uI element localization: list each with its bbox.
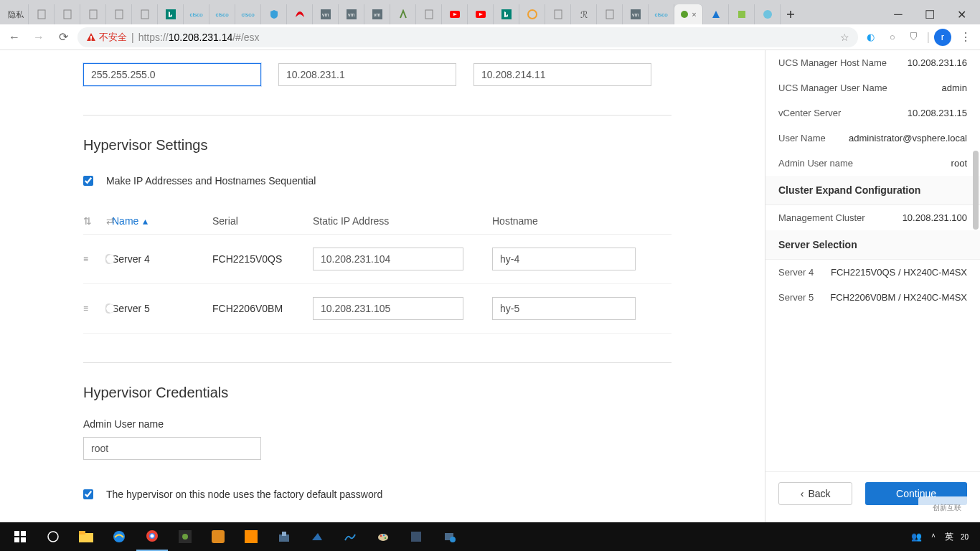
taskbar-app[interactable] — [301, 522, 333, 551]
browser-tab[interactable]: cisco — [649, 4, 674, 24]
kv-label: Server 4 — [778, 267, 814, 278]
browser-tab[interactable] — [158, 4, 184, 24]
row-ip-input[interactable] — [313, 248, 463, 270]
svg-point-49 — [450, 537, 456, 542]
taskbar-app[interactable] — [169, 522, 201, 551]
browser-tab[interactable] — [442, 4, 468, 24]
kv-value: FCH2215V0QS / HX240C-M4SX — [831, 267, 967, 278]
reload-button[interactable]: ⟳ — [53, 27, 73, 47]
close-tab-icon[interactable]: × — [692, 10, 696, 19]
taskbar-app[interactable] — [400, 522, 432, 551]
row-ip-input[interactable] — [313, 297, 463, 320]
menu-button[interactable]: ⋮ — [956, 27, 976, 47]
app-icon: ℛ — [580, 9, 588, 20]
browser-tab[interactable] — [261, 4, 287, 24]
row-host-input[interactable] — [492, 248, 636, 270]
drag-handle-icon[interactable]: ≡ — [83, 303, 88, 314]
col-serial[interactable]: Serial — [212, 215, 313, 227]
sequential-checkbox[interactable] — [83, 176, 93, 186]
page-icon — [114, 9, 124, 19]
row-serial: FCH2215V0QS — [212, 253, 313, 265]
taskbar-app[interactable] — [235, 522, 267, 551]
browser-tab[interactable]: vm — [313, 4, 339, 24]
back-button[interactable]: ← — [4, 27, 24, 47]
row-host-input[interactable] — [492, 297, 636, 320]
browser-tab[interactable] — [416, 4, 442, 24]
browser-tab[interactable] — [287, 4, 313, 24]
window-maximize[interactable]: ☐ — [914, 4, 946, 24]
browser-tab[interactable] — [132, 4, 158, 24]
back-button[interactable]: ‹Back — [778, 482, 852, 505]
dns-input[interactable] — [473, 63, 651, 86]
svg-rect-26 — [14, 531, 19, 536]
page-icon — [37, 9, 47, 19]
gateway-input[interactable] — [278, 63, 456, 86]
triangle-icon — [711, 9, 721, 19]
browser-tab[interactable] — [468, 4, 494, 24]
browser-tab[interactable]: cisco — [235, 4, 261, 24]
browser-tab[interactable] — [703, 4, 729, 24]
ie-icon[interactable] — [103, 522, 135, 551]
row-toggle[interactable] — [105, 254, 112, 264]
chrome-icon[interactable] — [136, 522, 168, 551]
browser-tab[interactable] — [80, 4, 106, 24]
svg-rect-42 — [282, 532, 286, 536]
browser-tab[interactable]: ℛ — [571, 4, 597, 24]
browser-tab[interactable] — [55, 4, 80, 24]
col-name[interactable]: Name ▴ — [112, 215, 212, 227]
drag-handle-icon[interactable]: ≡ — [83, 254, 88, 264]
browser-tab[interactable] — [755, 4, 781, 24]
browser-tab[interactable]: vm — [339, 4, 364, 24]
svg-rect-27 — [21, 531, 26, 536]
extension-icon[interactable]: ◐ — [862, 29, 880, 46]
ime-indicator[interactable]: 英 — [945, 531, 953, 543]
browser-tab[interactable] — [729, 4, 755, 24]
browser-tab[interactable] — [494, 4, 519, 24]
browser-tab[interactable] — [106, 4, 132, 24]
svg-rect-12 — [425, 10, 433, 19]
browser-tab[interactable] — [597, 4, 623, 24]
taskbar-app[interactable] — [268, 522, 300, 551]
browser-tab[interactable]: vm — [623, 4, 649, 24]
browser-tab-active[interactable]: × — [674, 4, 703, 24]
browser-tab[interactable]: cisco — [209, 4, 235, 24]
svg-point-30 — [48, 532, 58, 542]
browser-tab[interactable] — [545, 4, 571, 24]
subnet-input[interactable] — [83, 63, 261, 86]
row-toggle[interactable] — [105, 303, 112, 314]
taskbar-app[interactable] — [202, 522, 234, 551]
file-explorer-icon[interactable] — [70, 522, 102, 551]
browser-tab[interactable]: vm — [364, 4, 390, 24]
extension-icon[interactable]: ○ — [884, 29, 901, 46]
profile-avatar[interactable]: r — [934, 29, 951, 46]
extension-icon[interactable]: ⛉ — [905, 29, 923, 46]
bing-icon — [166, 9, 176, 19]
browser-tab[interactable]: 隐私 — [3, 4, 29, 24]
cortana-button[interactable] — [37, 522, 69, 551]
star-icon[interactable]: ☆ — [840, 32, 849, 43]
kv-value: root — [951, 158, 967, 169]
factory-password-checkbox[interactable] — [83, 489, 93, 499]
svg-rect-17 — [555, 10, 562, 19]
side-scrollbar[interactable] — [973, 50, 979, 309]
paint-icon[interactable] — [367, 522, 399, 551]
browser-tab[interactable] — [390, 4, 416, 24]
browser-tab[interactable] — [29, 4, 55, 24]
address-bar[interactable]: 不安全 | https://10.208.231.14/#/esx ☆ — [77, 27, 858, 47]
app-icon — [737, 9, 747, 19]
warning-icon — [86, 32, 96, 42]
taskbar-app[interactable] — [433, 522, 465, 551]
tray-people-icon[interactable]: 👥 — [911, 532, 922, 542]
page-icon — [88, 9, 98, 19]
tray-chevron-up-icon[interactable]: ＾ — [929, 531, 938, 543]
forward-button[interactable]: → — [29, 27, 49, 47]
window-minimize[interactable]: ─ — [882, 4, 914, 24]
tray-count[interactable]: 20 — [961, 533, 969, 541]
browser-tab[interactable]: cisco — [184, 4, 209, 24]
new-tab-button[interactable] — [781, 4, 801, 24]
start-button[interactable] — [4, 522, 36, 551]
admin-user-input[interactable] — [83, 437, 261, 460]
browser-tab[interactable] — [519, 4, 545, 24]
window-close[interactable]: ✕ — [946, 4, 977, 24]
wireshark-icon[interactable] — [334, 522, 366, 551]
